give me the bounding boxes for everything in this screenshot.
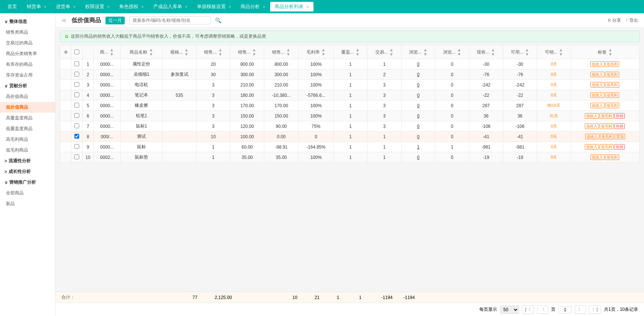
page-number-input[interactable] — [559, 306, 572, 313]
sidebar-item-category-sales-rate[interactable]: 商品分类销售率 — [0, 48, 55, 59]
cell-check[interactable] — [71, 90, 83, 101]
row-checkbox[interactable] — [74, 113, 79, 118]
nav-roles[interactable]: 角色授权 × — [115, 2, 148, 11]
first-page-btn[interactable]: |〈 — [522, 305, 534, 314]
sidebar-item-high-coverage[interactable]: 高覆盖度商品 — [0, 113, 55, 123]
views1-link[interactable]: 0 — [417, 82, 420, 88]
cell-check[interactable] — [71, 121, 83, 132]
views1-link[interactable]: 0 — [417, 155, 420, 160]
sidebar-item-new-products[interactable]: 新品 — [0, 198, 55, 209]
cell-views1[interactable]: 0 — [401, 111, 435, 121]
cell-views1[interactable]: 1 — [401, 142, 435, 152]
cell-check[interactable] — [71, 132, 83, 142]
cell-views1[interactable]: 0 — [401, 132, 435, 142]
close-icon[interactable]: × — [73, 4, 76, 9]
th-sales-qty[interactable]: 销售... ▲▼ — [196, 45, 230, 59]
close-icon[interactable]: × — [44, 4, 46, 9]
row-checkbox[interactable] — [74, 154, 79, 159]
th-spec[interactable]: 规格... ▲▼ — [162, 45, 197, 59]
export-btn[interactable]: ↑ 导出 — [625, 17, 638, 24]
sidebar-item-high-margin[interactable]: 高毛利商品 — [0, 134, 55, 145]
th-available[interactable]: 可用... ▲▼ — [503, 45, 537, 59]
views1-link[interactable]: 0 — [417, 134, 420, 139]
sidebar-item-traded-products[interactable]: 交易过的商品 — [0, 38, 55, 48]
cell-views1[interactable]: 0 — [401, 80, 435, 90]
next-page-btn[interactable]: 〉 — [575, 305, 586, 314]
row-checkbox[interactable] — [74, 134, 79, 139]
cell-views1[interactable]: 0 — [401, 90, 435, 101]
nav-product-analysis[interactable]: 商品分析 × — [236, 2, 269, 11]
th-check[interactable] — [71, 45, 83, 59]
nav-permissions[interactable]: 权限设置 × — [81, 2, 114, 11]
th-current-stock[interactable]: 现有... ▲▼ — [469, 45, 503, 59]
row-checkbox[interactable] — [74, 72, 79, 77]
sidebar-group-circulation[interactable]: > 流通性分析 — [0, 156, 55, 166]
row-checkbox[interactable] — [74, 92, 79, 97]
last-page-btn[interactable]: 〉| — [589, 305, 601, 314]
sidebar-item-low-value[interactable]: 低价值商品 — [0, 102, 55, 113]
th-transactions[interactable]: 交易... ▲▼ — [368, 45, 402, 59]
th-name[interactable]: 商品名称 ▲▼ — [120, 45, 162, 59]
table-container[interactable]: ⚙ 商... ▲▼ 商品名称 ▲▼ 规格... ▲▼ 销售... ▲▼ 销售..… — [60, 45, 640, 292]
th-views2[interactable]: 浏览... ▲▼ — [435, 45, 469, 59]
nav-home[interactable]: 首页 — [3, 2, 21, 11]
prev-page-btn[interactable]: 〈 — [537, 305, 548, 314]
views1-link[interactable]: 0 — [417, 124, 420, 129]
close-icon[interactable]: × — [107, 4, 110, 9]
cell-views1[interactable]: 0 — [401, 121, 435, 132]
sidebar-item-low-margin[interactable]: 低毛利商品 — [0, 145, 55, 156]
views1-link[interactable]: 0 — [417, 62, 420, 67]
sidebar-item-sales-products[interactable]: 销售类商品 — [0, 27, 55, 38]
th-tags[interactable]: 标签 ▲▼ — [571, 45, 639, 59]
nav-purchase[interactable]: 进货单 × — [51, 2, 80, 11]
cell-views1[interactable]: 0 — [401, 152, 435, 163]
views1-link[interactable]: 0 — [417, 72, 420, 77]
th-coverage[interactable]: 覆盖... ▲▼ — [333, 45, 368, 59]
th-sales-price[interactable]: 销售... ▲▼ — [230, 45, 264, 59]
select-all-checkbox[interactable] — [74, 50, 79, 54]
nav-template[interactable]: 单据模板设置 × — [192, 2, 235, 11]
th-code[interactable]: 商... ▲▼ — [94, 45, 121, 59]
views1-link[interactable]: 0 — [417, 113, 420, 119]
th-settings[interactable]: ⚙ — [60, 45, 71, 59]
page-size-select[interactable]: 50 100 200 — [500, 306, 519, 314]
cell-views1[interactable]: 0 — [401, 59, 435, 69]
close-icon[interactable]: × — [185, 4, 187, 9]
close-icon[interactable]: × — [263, 4, 265, 9]
cell-check[interactable] — [71, 59, 83, 69]
sidebar-item-stock-products[interactable]: 有库存的商品 — [0, 59, 55, 70]
search-input[interactable] — [129, 16, 211, 24]
search-icon[interactable]: 🔍 — [215, 17, 221, 23]
row-checkbox[interactable] — [74, 123, 79, 128]
close-icon[interactable]: × — [141, 4, 144, 9]
row-checkbox[interactable] — [74, 61, 79, 66]
cell-check[interactable] — [71, 111, 83, 121]
cell-check[interactable] — [71, 80, 83, 90]
time-tag-btn[interactable]: 近一月 — [105, 17, 125, 24]
share-btn[interactable]: ⎘ 分享 — [608, 17, 621, 24]
th-sales-amount[interactable]: 销售... ▲▼ — [264, 45, 299, 59]
views1-link[interactable]: 1 — [417, 145, 420, 150]
nav-product-stock[interactable]: 产成品入库单 × — [149, 2, 192, 11]
cell-check[interactable] — [71, 101, 83, 111]
sidebar-item-stock-funds[interactable]: 库存资金占用 — [0, 70, 55, 81]
sidebar-item-all-products[interactable]: 全部商品 — [0, 188, 55, 198]
cell-views1[interactable]: 0 — [401, 69, 435, 80]
row-checkbox[interactable] — [74, 144, 79, 149]
th-gross-margin[interactable]: 毛利率 ▲▼ — [298, 45, 333, 59]
row-checkbox[interactable] — [74, 103, 79, 108]
sidebar-item-high-value[interactable]: 高价值商品 — [0, 91, 55, 102]
nav-product-analysis-list[interactable]: 商品分析列表 × — [270, 2, 313, 11]
sidebar-group-growth[interactable]: > 成长性分析 — [0, 166, 55, 177]
th-saleable[interactable]: 可销... ▲▼ — [537, 45, 571, 59]
th-views1[interactable]: 浏览... ▲▼ — [401, 45, 435, 59]
close-icon[interactable]: × — [229, 4, 231, 9]
close-icon[interactable]: × — [306, 4, 309, 9]
cell-views1[interactable]: 0 — [401, 101, 435, 111]
sidebar-item-low-coverage[interactable]: 低覆盖度商品 — [0, 123, 55, 134]
cell-check[interactable] — [71, 142, 83, 152]
views1-link[interactable]: 0 — [417, 103, 420, 108]
views1-link[interactable]: 0 — [417, 93, 420, 98]
nav-sales[interactable]: 销货单 × — [22, 2, 51, 11]
cell-check[interactable] — [71, 69, 83, 80]
